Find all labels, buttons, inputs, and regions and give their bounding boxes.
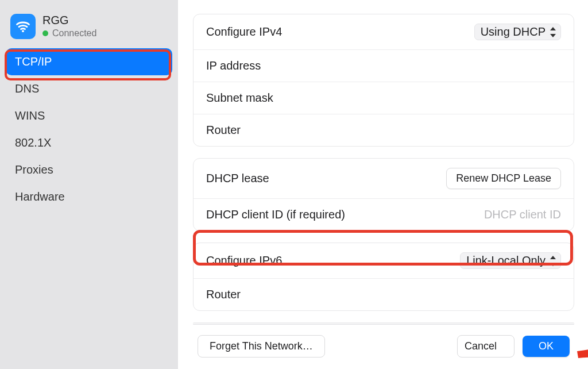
sidebar-item-tcpip[interactable]: TCP/IP: [6, 48, 172, 75]
configure-ipv4-value: Using DHCP: [481, 25, 546, 39]
annotation-arrow-icon: [577, 329, 588, 361]
sidebar-item-label: TCP/IP: [15, 55, 52, 68]
network-settings-window: RGG Connected TCP/IP DNS WINS 802.1X Pro…: [0, 0, 588, 369]
chevron-updown-icon: [549, 256, 557, 266]
ip-address-row: IP address: [194, 50, 574, 82]
sidebar-item-hardware[interactable]: Hardware: [6, 183, 172, 210]
ipv6-panel: Configure IPv6 Link-Local Only Router: [193, 243, 574, 311]
svg-point-0: [22, 30, 24, 32]
ok-button[interactable]: OK: [523, 336, 570, 357]
ip-address-label: IP address: [206, 59, 261, 72]
configure-ipv6-select[interactable]: Link-Local Only: [460, 252, 561, 269]
configure-ipv6-label: Configure IPv6: [206, 254, 282, 267]
subnet-mask-row: Subnet mask: [194, 82, 574, 114]
router-ipv4-row: Router: [194, 114, 574, 146]
sidebar-item-label: Proxies: [15, 163, 53, 176]
configure-ipv6-row: Configure IPv6 Link-Local Only: [194, 243, 574, 279]
network-header: RGG Connected: [6, 11, 172, 48]
configure-ipv4-row: Configure IPv4 Using DHCP: [194, 14, 574, 50]
sidebar-item-dns[interactable]: DNS: [6, 75, 172, 102]
wifi-icon: [10, 14, 36, 39]
sidebar: RGG Connected TCP/IP DNS WINS 802.1X Pro…: [0, 0, 178, 369]
dhcp-client-id-row: DHCP client ID (if required) DHCP client…: [194, 199, 574, 230]
dhcp-client-id-label: DHCP client ID (if required): [206, 208, 345, 221]
router-ipv6-label: Router: [206, 288, 241, 301]
configure-ipv6-value: Link-Local Only: [466, 254, 546, 267]
subnet-mask-label: Subnet mask: [206, 91, 273, 105]
chevron-updown-icon: [549, 27, 557, 37]
sidebar-item-label: 802.1X: [15, 136, 51, 149]
sidebar-item-label: DNS: [15, 82, 39, 95]
router-ipv6-row: Router: [194, 279, 574, 310]
footer-bar: Forget This Network… XX Cancel OK: [193, 324, 574, 369]
sidebar-item-label: Hardware: [15, 190, 65, 203]
cancel-button-label: Cancel: [465, 340, 497, 352]
sidebar-item-label: WINS: [15, 109, 45, 122]
dhcp-panel: DHCP lease Renew DHCP Lease DHCP client …: [193, 158, 574, 231]
configure-ipv4-select[interactable]: Using DHCP: [474, 24, 561, 40]
cancel-button[interactable]: XX Cancel: [457, 335, 514, 358]
main-content: Configure IPv4 Using DHCP IP address Sub…: [178, 0, 588, 369]
network-status-label: Connected: [52, 28, 96, 39]
svg-marker-1: [577, 332, 588, 361]
ipv4-panel: Configure IPv4 Using DHCP IP address Sub…: [193, 14, 574, 147]
dhcp-lease-label: DHCP lease: [206, 172, 269, 185]
sidebar-item-8021x[interactable]: 802.1X: [6, 129, 172, 156]
renew-dhcp-lease-button[interactable]: Renew DHCP Lease: [446, 168, 561, 189]
sidebar-item-wins[interactable]: WINS: [6, 102, 172, 129]
network-name: RGG: [42, 14, 96, 27]
network-status-row: Connected: [42, 28, 96, 39]
configure-ipv4-label: Configure IPv4: [206, 25, 282, 39]
dhcp-lease-row: DHCP lease Renew DHCP Lease: [194, 159, 574, 199]
dhcp-client-id-input[interactable]: DHCP client ID: [484, 208, 561, 221]
router-ipv4-label: Router: [206, 124, 241, 137]
sidebar-item-proxies[interactable]: Proxies: [6, 156, 172, 183]
status-dot-icon: [42, 30, 48, 36]
forget-network-button[interactable]: Forget This Network…: [198, 335, 325, 358]
